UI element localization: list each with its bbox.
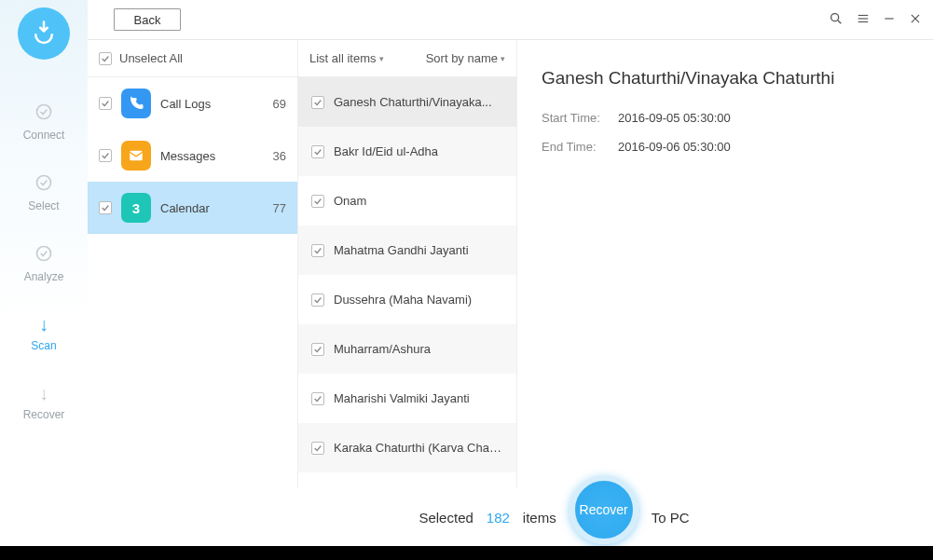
detail-title: Ganesh Chaturthi/Vinayaka Chaturthi (542, 68, 909, 89)
svg-line-4 (838, 20, 841, 23)
event-label: Maharishi Valmiki Jayanti (334, 391, 470, 405)
checkbox-checked-icon[interactable] (311, 392, 324, 405)
footer-black-bar (0, 546, 933, 560)
event-row[interactable]: Mahatma Gandhi Jayanti (298, 225, 516, 275)
category-label: Calendar (160, 201, 210, 215)
category-column: Unselect All Call Logs69Messages363Calen… (88, 40, 298, 546)
step-label: Recover (23, 408, 65, 421)
recover-button[interactable]: Recover (569, 475, 638, 544)
selected-count: 182 (487, 510, 510, 526)
recover-target: To PC (652, 510, 690, 526)
bottom-bar: Selected 182 items Recover To PC (175, 488, 933, 546)
checkbox-checked-icon[interactable] (311, 244, 324, 257)
check-circle-icon (34, 102, 53, 121)
item-column: List all items ▾ Sort by name ▾ Ganesh C… (298, 40, 517, 546)
event-row[interactable]: Bakr Id/Eid ul-Adha (298, 127, 516, 176)
svg-point-1 (36, 176, 50, 190)
minimize-button[interactable] (883, 12, 896, 28)
event-row[interactable]: Karaka Chaturthi (Karva Chauth) (298, 423, 516, 472)
check-circle-icon (34, 173, 53, 192)
app-logo (18, 7, 70, 60)
event-label: Bakr Id/Eid ul-Adha (334, 144, 438, 158)
category-count: 77 (273, 201, 286, 215)
checkbox-checked-icon[interactable] (311, 442, 324, 455)
end-time-label: End Time: (542, 140, 618, 154)
event-row[interactable]: Ganesh Chaturthi/Vinayaka... (298, 77, 516, 127)
checkbox-checked-icon[interactable] (311, 195, 324, 208)
event-label: Dussehra (Maha Navami) (334, 293, 472, 307)
end-time-value: 2016-09-06 05:30:00 (618, 140, 731, 154)
category-count: 36 (273, 149, 286, 163)
event-row[interactable]: Maharishi Valmiki Jayanti (298, 374, 516, 423)
event-label: Mahatma Gandhi Jayanti (334, 243, 469, 257)
check-circle-icon (34, 244, 53, 263)
menu-icon[interactable] (857, 12, 870, 28)
close-button[interactable] (909, 12, 922, 28)
event-row[interactable]: Muharram/Ashura (298, 324, 516, 374)
checkbox-checked-icon[interactable] (311, 96, 324, 109)
phone-icon (121, 89, 151, 118)
checkbox-checked-icon[interactable] (99, 201, 112, 214)
step-label: Select (28, 199, 59, 212)
selected-post: items (523, 510, 556, 526)
back-button[interactable]: Back (114, 8, 181, 31)
arrow-down-icon: ↓ (39, 384, 48, 403)
unselect-all-row[interactable]: Unselect All (88, 40, 297, 77)
step-analyze[interactable]: Analyze (24, 244, 64, 283)
arrow-down-icon: ↓ (39, 315, 48, 334)
step-recover[interactable]: ↓Recover (23, 384, 65, 421)
unselect-all-label: Unselect All (119, 51, 183, 65)
step-connect[interactable]: Connect (23, 102, 65, 142)
step-label: Scan (31, 339, 56, 352)
checkbox-checked-icon[interactable] (99, 52, 112, 65)
calendar-icon: 3 (121, 193, 151, 223)
category-call-logs[interactable]: Call Logs69 (88, 77, 297, 130)
side-rail: ConnectSelectAnalyze↓Scan↓Recover (0, 0, 88, 546)
list-all-items-dropdown[interactable]: List all items ▾ (309, 51, 384, 65)
search-icon[interactable] (829, 11, 844, 29)
category-messages[interactable]: Messages36 (88, 130, 297, 182)
sort-by-name-dropdown[interactable]: Sort by name ▾ (426, 51, 505, 65)
event-label: Muharram/Ashura (334, 342, 431, 356)
chevron-down-icon: ▾ (379, 54, 384, 63)
detail-panel: Ganesh Chaturthi/Vinayaka Chaturthi Star… (517, 40, 933, 546)
event-row[interactable]: Dussehra (Maha Navami) (298, 275, 516, 324)
step-label: Connect (23, 129, 65, 142)
start-time-value: 2016-09-05 05:30:00 (618, 111, 731, 125)
category-label: Messages (160, 149, 215, 163)
event-row[interactable]: Onam (298, 176, 516, 225)
checkbox-checked-icon[interactable] (311, 343, 324, 356)
envelope-icon (121, 141, 151, 171)
chevron-down-icon: ▾ (501, 54, 505, 63)
event-label: Karaka Chaturthi (Karva Chauth) (334, 441, 503, 455)
event-label: Onam (334, 194, 366, 208)
checkbox-checked-icon[interactable] (99, 149, 112, 162)
step-label: Analyze (24, 270, 64, 283)
selected-pre: Selected (418, 510, 473, 526)
step-select[interactable]: Select (28, 173, 59, 212)
checkbox-checked-icon[interactable] (311, 294, 324, 307)
category-count: 69 (273, 97, 286, 111)
category-calendar[interactable]: 3Calendar77 (88, 182, 297, 234)
event-label: Ganesh Chaturthi/Vinayaka... (334, 95, 492, 109)
category-label: Call Logs (160, 97, 211, 111)
svg-point-3 (831, 13, 839, 20)
checkbox-checked-icon[interactable] (311, 145, 324, 158)
start-time-label: Start Time: (542, 111, 618, 125)
svg-point-2 (36, 247, 50, 261)
step-scan[interactable]: ↓Scan (31, 315, 56, 352)
checkbox-checked-icon[interactable] (99, 97, 112, 110)
topbar: Back (88, 0, 933, 39)
item-header: List all items ▾ Sort by name ▾ (298, 40, 516, 77)
svg-point-0 (36, 105, 50, 119)
